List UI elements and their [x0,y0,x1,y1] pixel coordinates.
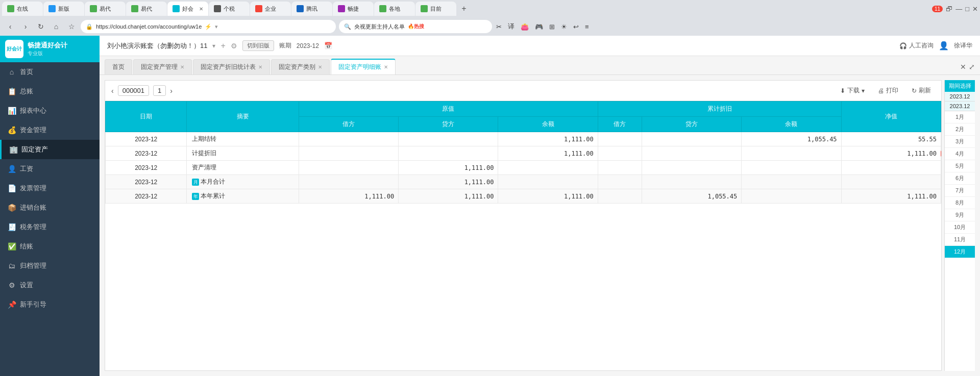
tab-asset-category[interactable]: 固定资产类别 ✕ [271,59,330,74]
period-month-6[interactable]: 6月 [945,172,975,185]
browser-tab-gedi[interactable]: 各地 [374,2,415,16]
refresh-button[interactable]: ↻ [35,20,47,33]
new-tab-button[interactable]: + [457,2,471,16]
next-account-btn[interactable]: › [170,87,173,95]
brand-name: 畅捷通好会计 [28,41,67,50]
tab-asset-ledger[interactable]: 固定资产明细账 ✕ [331,59,396,74]
browser-tab-online[interactable]: 在线 [2,2,43,16]
tab-favicon [214,5,221,12]
tab-close-btn[interactable]: ✕ [258,64,262,70]
sidebar-item-reports[interactable]: 📊 报表中心 [0,101,100,120]
search-bar[interactable]: 🔍 央视更新主持人名单 🔥热搜 [339,20,492,33]
period-month-7[interactable]: 7月 [945,185,975,197]
cut-icon[interactable]: ✂ [495,22,503,32]
sidebar-item-closing[interactable]: ✅ 结账 [0,237,100,256]
cell-dep-balance [742,161,841,175]
brightness-icon[interactable]: ☀ [560,22,568,32]
sidebar-item-guide[interactable]: 📌 新手引导 [0,295,100,314]
close-window-icon[interactable]: ✕ [972,5,978,13]
restore-window-icon[interactable]: 🗗 [946,5,952,13]
col-dep-credit: 贷方 [642,117,741,132]
wallet-icon[interactable]: 👛 [520,22,530,32]
menu-icon[interactable]: ≡ [584,22,590,32]
address-dropdown-icon[interactable]: ▾ [215,23,218,30]
browser-tab-muqian[interactable]: 目前 [415,2,456,16]
tax-icon: 🧾 [8,223,16,231]
maximize-icon[interactable]: □ [965,5,969,13]
tab-close-btn[interactable]: ✕ [180,64,184,70]
browser-tab-new[interactable]: 新版 [43,2,84,16]
prev-account-btn[interactable]: ‹ [111,87,114,95]
dropdown-arrow[interactable]: ▾ [212,42,215,49]
browser-tab-tengxun[interactable]: 腾讯 [291,2,332,16]
table-row: 2023-12 月本月合计 1,111.00 [106,175,941,189]
tab-close-btn[interactable]: ✕ [318,64,322,70]
tab-depreciation-stats[interactable]: 固定资产折旧统计表 ✕ [193,59,270,74]
sidebar-item-archive[interactable]: 🗂 归档管理 [0,256,100,275]
sidebar-item-general-ledger[interactable]: 📋 总账 [0,82,100,101]
switch-version-btn[interactable]: 切到旧版 [242,40,274,51]
browser-tab-yidai2[interactable]: 易代 [126,2,167,16]
col-dep-debit: 借方 [598,117,642,132]
add-account-btn[interactable]: + [220,41,225,51]
tab-close-btn[interactable]: ✕ [199,6,203,12]
tab-label: 畅捷 [348,5,359,13]
help-btn[interactable]: 🎧 人工咨询 [899,41,934,50]
sidebar-item-tax[interactable]: 🧾 税务管理 [0,217,100,237]
minimize-icon[interactable]: — [955,5,962,13]
tab-fixed-assets-management[interactable]: 固定资产管理 ✕ [133,59,192,74]
browser-tab-haohui[interactable]: 好会 ✕ [167,2,208,16]
period-month-2[interactable]: 2月 [945,123,975,136]
period-month-4[interactable]: 4月 [945,148,975,160]
bookmark-button[interactable]: ☆ [65,20,78,33]
settings-account-btn[interactable]: ⚙ [231,42,237,50]
period-month-11[interactable]: 11月 [945,234,975,246]
period-label: 账期 [279,41,291,50]
sidebar-item-invoices[interactable]: 📄 发票管理 [0,179,100,198]
translate-icon[interactable]: 译 [507,21,516,32]
back-button[interactable]: ‹ [4,20,16,33]
tab-favicon [421,5,428,12]
help-label: 人工咨询 [909,41,934,50]
period-month-12[interactable]: 12月 [945,246,975,258]
tab-close-active-btn[interactable]: ✕ [384,64,388,70]
period-month-8[interactable]: 8月 [945,197,975,209]
print-btn[interactable]: 🖨 打印 [874,85,902,96]
period-month-3[interactable]: 3月 [945,136,975,148]
grid-icon[interactable]: ⊞ [548,22,556,32]
summary-icon: 月 [192,179,199,186]
game-icon[interactable]: 🎮 [534,22,544,32]
cell-orig-balance: 1,111.00 [498,132,598,146]
tab-label: 固定资产折旧统计表 [201,63,256,71]
headset-icon: 🎧 [899,42,907,49]
sidebar-item-funds[interactable]: 💰 资金管理 [0,120,100,140]
sidebar-item-fixed-assets[interactable]: 🏢 固定资产 [0,140,100,159]
sidebar-item-purchase-sales[interactable]: 📦 进销台账 [0,198,100,217]
period-value: 2023-12 [297,42,319,49]
cell-dep-debit [598,175,642,189]
company-name[interactable]: 刘小艳演示账套（勿删勿动！）11 [107,41,207,51]
refresh-data-btn[interactable]: ↻ 刷新 [908,85,935,96]
period-month-5[interactable]: 5月 [945,160,975,172]
browser-tab-changjie[interactable]: 畅捷 [333,2,374,16]
download-btn[interactable]: ⬇ 下载 ▾ [836,85,869,96]
expand-tabs-btn[interactable]: ⤢ [969,63,975,71]
collapse-tabs-btn[interactable]: ✕ [960,63,966,71]
cell-summary: 年本年累计 [187,189,299,204]
browser-tab-qiye[interactable]: 企业 [250,2,291,16]
period-month-1[interactable]: 1月 [945,111,975,123]
home-button[interactable]: ⌂ [50,20,62,33]
download-dropdown-icon[interactable]: ▾ [862,87,865,94]
tab-home[interactable]: 首页 [105,59,132,74]
period-month-9[interactable]: 9月 [945,209,975,221]
sidebar-item-home[interactable]: ⌂ 首页 [0,62,100,82]
calendar-icon[interactable]: 📅 [324,42,332,49]
forward-button[interactable]: › [19,20,32,33]
sidebar-item-payroll[interactable]: 👤 工资 [0,159,100,179]
browser-tab-yidai1[interactable]: 易代 [85,2,126,16]
address-bar[interactable]: 🔒 https://cloud.chanjet.com/accounting/u… [81,20,336,33]
undo-icon[interactable]: ↩ [572,22,580,32]
browser-tab-geshui[interactable]: 个税 [209,2,250,16]
sidebar-item-settings[interactable]: ⚙ 设置 [0,275,100,295]
period-month-10[interactable]: 10月 [945,221,975,234]
